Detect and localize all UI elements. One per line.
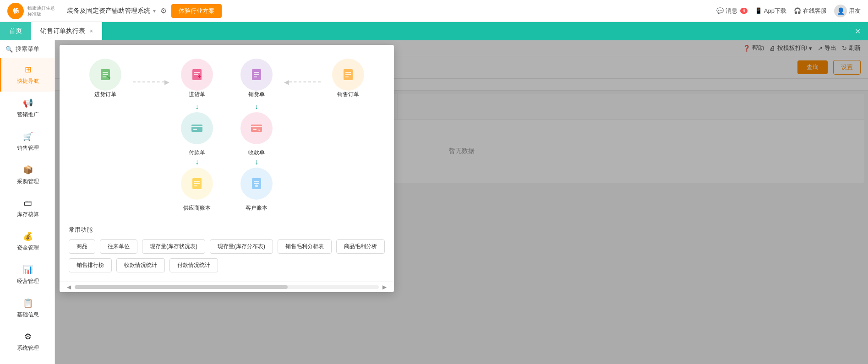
sidebar-item-sales[interactable]: 🛒 销售管理 bbox=[0, 125, 55, 158]
flow-section: 进货订单 ▶ bbox=[60, 45, 394, 221]
quick-nav-modal: 进货订单 ▶ bbox=[60, 45, 394, 292]
logo-area: 畅 畅康通好生意标准版 bbox=[7, 3, 62, 19]
top-right-area: 💬 消息 6 📱 App下载 🎧 在线客服 👤 用友 bbox=[716, 5, 861, 17]
app-logo: 畅 bbox=[7, 3, 24, 19]
payment-label: 付款单 bbox=[189, 149, 205, 157]
function-buttons-row-2: 销售排行榜 收款情况统计 付款情况统计 bbox=[69, 258, 385, 272]
receipt-label: 收款单 bbox=[248, 149, 265, 157]
sidebar-item-enterprise[interactable]: 🤝 企业协同 bbox=[0, 359, 55, 364]
func-btn-product[interactable]: 商品 bbox=[69, 239, 95, 254]
func-btn-sales-ranking[interactable]: 销售排行榜 bbox=[69, 258, 112, 272]
finance-icon: 💰 bbox=[23, 231, 33, 241]
scroll-right-icon[interactable]: ▶ bbox=[382, 284, 387, 290]
func-btn-stock-dist[interactable]: 现存量(库存分布表) bbox=[210, 239, 273, 254]
modal-scroll-area[interactable]: 进货订单 ▶ bbox=[60, 45, 394, 292]
purchase-bill-icon bbox=[181, 59, 213, 91]
sales-order-label: 销售订单 bbox=[337, 91, 359, 98]
func-btn-product-profit[interactable]: 商品毛利分析 bbox=[336, 239, 385, 254]
sidebar: 🔍 搜索菜单 ⊞ 快捷导航 📢 营销推广 🛒 销售管理 📦 采购管理 🗃 库存核… bbox=[0, 40, 55, 364]
nav-tabs: 首页 销售订单执行表 × ✕ bbox=[0, 22, 868, 40]
scroll-thumb bbox=[75, 285, 288, 289]
common-functions-section: 常用功能 商品 往来单位 现存量(库存状况表) 现存量(库存分布表) 销售毛利分… bbox=[60, 221, 394, 282]
function-buttons-row: 商品 往来单位 现存量(库存状况表) 现存量(库存分布表) 销售毛利分析表 商品… bbox=[69, 239, 385, 254]
sales-bill-icon bbox=[240, 59, 273, 91]
basic-info-icon: 📋 bbox=[23, 298, 33, 308]
supplier-account-label: 供应商账本 bbox=[183, 204, 211, 212]
flow-node-purchase-bill[interactable]: 进货单 bbox=[169, 59, 224, 98]
tab-close-icon[interactable]: × bbox=[90, 28, 93, 34]
func-btn-stock-status[interactable]: 现存量(库存状况表) bbox=[142, 239, 205, 254]
avatar: 👤 bbox=[834, 5, 847, 17]
sidebar-item-basic-info[interactable]: 📋 基础信息 bbox=[0, 292, 55, 325]
download-icon: 📱 bbox=[755, 7, 762, 14]
flow-node-purchase-order[interactable]: 进货订单 bbox=[78, 59, 133, 98]
func-btn-counterpart[interactable]: 往来单位 bbox=[100, 239, 137, 254]
message-button[interactable]: 💬 消息 6 bbox=[716, 7, 748, 15]
scroll-track bbox=[75, 285, 379, 289]
receipt-icon: ¥ bbox=[240, 112, 273, 144]
svg-point-29 bbox=[255, 185, 258, 187]
tab-home[interactable]: 首页 bbox=[0, 22, 31, 40]
svg-rect-18 bbox=[251, 125, 262, 132]
top-bar: 畅 畅康通好生意标准版 装备及固定资产辅助管理系统 ▾ ⚙ 体验行业方案 💬 消… bbox=[0, 0, 868, 22]
svg-rect-15 bbox=[191, 125, 202, 132]
sidebar-item-system[interactable]: ⚙ 系统管理 bbox=[0, 325, 55, 359]
gear-icon[interactable]: ⚙ bbox=[160, 6, 167, 15]
system-title: 装备及固定资产辅助管理系统 ▾ bbox=[67, 7, 156, 15]
tab-sales-order[interactable]: 销售订单执行表 × bbox=[31, 22, 102, 40]
common-functions-title: 常用功能 bbox=[69, 226, 385, 234]
svg-rect-20 bbox=[253, 129, 257, 130]
system-icon: ⚙ bbox=[24, 331, 32, 342]
sidebar-item-quick-nav[interactable]: ⊞ 快捷导航 bbox=[0, 58, 55, 92]
sales-bill-label: 销货单 bbox=[248, 91, 265, 98]
scroll-left-icon[interactable]: ◀ bbox=[67, 284, 71, 290]
func-btn-sales-profit-analysis[interactable]: 销售毛利分析表 bbox=[278, 239, 332, 254]
close-all-tabs-button[interactable]: ✕ bbox=[847, 27, 868, 36]
customer-account-icon bbox=[240, 168, 273, 200]
main-layout: 🔍 搜索菜单 ⊞ 快捷导航 📢 营销推广 🛒 销售管理 📦 采购管理 🗃 库存核… bbox=[0, 40, 868, 364]
purchase-order-icon bbox=[89, 59, 121, 91]
modal-overlay: 进货订单 ▶ bbox=[55, 40, 868, 364]
supplier-account-icon bbox=[181, 168, 213, 200]
customer-account-label: 客户账本 bbox=[246, 204, 267, 212]
flow-node-sales-order[interactable]: 销售订单 bbox=[321, 59, 376, 98]
service-icon: 🎧 bbox=[794, 7, 801, 14]
func-btn-payment-stats[interactable]: 付款情况统计 bbox=[169, 258, 218, 272]
online-service-button[interactable]: 🎧 在线客服 bbox=[794, 7, 827, 15]
purchase-bill-label: 进货单 bbox=[189, 91, 205, 98]
inventory-icon: 🗃 bbox=[24, 198, 32, 208]
marketing-icon: 📢 bbox=[23, 98, 33, 108]
sidebar-item-marketing[interactable]: 📢 营销推广 bbox=[0, 92, 55, 125]
logo-text: 畅康通好生意标准版 bbox=[27, 5, 55, 17]
svg-rect-17 bbox=[193, 129, 197, 130]
sidebar-item-operations[interactable]: 📊 经营管理 bbox=[0, 258, 55, 292]
system-dropdown-icon[interactable]: ▾ bbox=[153, 8, 156, 14]
message-badge: 6 bbox=[740, 8, 748, 14]
app-download-button[interactable]: 📱 App下载 bbox=[755, 7, 786, 15]
sales-icon: 🛒 bbox=[23, 131, 33, 141]
sales-order-icon bbox=[332, 59, 364, 91]
experience-button[interactable]: 体验行业方案 bbox=[171, 4, 222, 18]
content-area: ❓ 帮助 🖨 按模板打印 ▾ ↗ 导出 ↻ 刷新 yyyy-mm-dd 📅 bbox=[55, 40, 868, 364]
message-icon: 💬 bbox=[716, 7, 724, 14]
sidebar-item-inventory[interactable]: 🗃 库存核算 bbox=[0, 192, 55, 225]
payment-icon bbox=[181, 112, 213, 144]
sidebar-item-finance[interactable]: 💰 资金管理 bbox=[0, 225, 55, 258]
operations-icon: 📊 bbox=[23, 265, 33, 275]
quick-nav-icon: ⊞ bbox=[25, 65, 32, 75]
search-icon: 🔍 bbox=[5, 46, 13, 53]
func-btn-receipt-stats[interactable]: 收款情况统计 bbox=[116, 258, 165, 272]
flow-node-sales-bill[interactable]: 销货单 bbox=[229, 59, 284, 98]
user-menu[interactable]: 👤 用友 bbox=[834, 5, 861, 17]
sidebar-item-purchase[interactable]: 📦 采购管理 bbox=[0, 158, 55, 192]
purchase-order-label: 进货订单 bbox=[94, 91, 116, 98]
purchase-icon: 📦 bbox=[23, 165, 33, 175]
horizontal-scrollbar[interactable]: ◀ ▶ bbox=[60, 282, 394, 292]
search-menu-button[interactable]: 🔍 搜索菜单 bbox=[0, 40, 55, 58]
